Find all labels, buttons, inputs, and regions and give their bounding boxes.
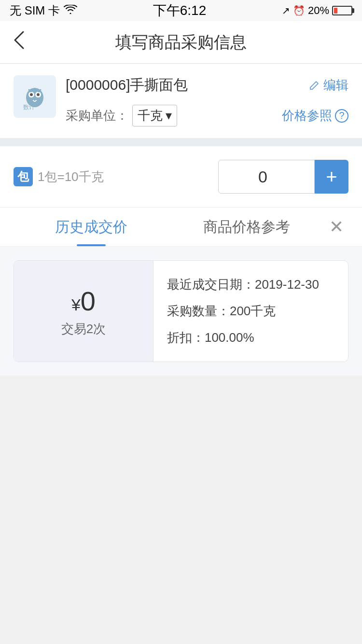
help-icon: ? <box>335 109 348 123</box>
detail-qty: 采购数量：200千克 <box>167 302 334 321</box>
product-info: [0000006]手撕面包 编辑 采购单位： 千克 ▾ 价格参照 ? <box>66 75 348 126</box>
status-left: 无 SIM 卡 <box>10 3 77 18</box>
wifi-icon <box>64 4 77 17</box>
qty-input[interactable] <box>218 160 315 194</box>
carrier-text: 无 SIM 卡 <box>10 3 60 18</box>
back-button[interactable] <box>14 31 24 54</box>
tab-product-price-ref[interactable]: 商品价格参考 <box>169 208 324 246</box>
qty-unit-info: 包 1包=10千克 <box>14 167 218 186</box>
product-unit-row: 采购单位： 千克 ▾ 价格参照 ? <box>66 105 348 126</box>
status-right: ↗ ⏰ 20% <box>282 4 352 17</box>
unit-label: 采购单位： <box>66 107 128 124</box>
history-right-panel: 最近成交日期：2019-12-30 采购数量：200千克 折扣：100.00% <box>153 261 348 362</box>
svg-point-3 <box>30 93 33 96</box>
location-icon: ↗ <box>282 5 290 16</box>
section-divider <box>0 139 362 146</box>
history-left-panel: ¥ 0 交易2次 <box>14 261 153 362</box>
price-symbol: ¥ <box>71 295 81 314</box>
qty-unit-badge: 包 <box>14 167 33 186</box>
quantity-row: 包 1包=10千克 + <box>0 146 362 208</box>
qty-unit-desc: 1包=10千克 <box>38 168 104 185</box>
svg-text:数计: 数计 <box>23 104 35 111</box>
product-section: 数计 [0000006]手撕面包 编辑 采购单位： 千克 ▾ 价格参照 <box>0 64 362 139</box>
history-price-value: 0 <box>81 285 96 317</box>
price-ref-button[interactable]: 价格参照 ? <box>282 107 348 124</box>
nav-bar: 填写商品采购信息 <box>0 21 362 64</box>
tab-close-button[interactable]: ✕ <box>324 215 348 239</box>
tab-history-price[interactable]: 历史成交价 <box>14 208 169 246</box>
page-title: 填写商品采购信息 <box>115 31 247 54</box>
battery-icon <box>332 6 352 15</box>
product-header: [0000006]手撕面包 编辑 <box>66 75 348 95</box>
dropdown-arrow-icon: ▾ <box>166 108 172 123</box>
product-name: [0000006]手撕面包 <box>66 75 188 95</box>
history-price-display: ¥ 0 <box>71 285 96 317</box>
history-card: ¥ 0 交易2次 最近成交日期：2019-12-30 采购数量：200千克 折扣… <box>14 260 348 362</box>
status-bar: 无 SIM 卡 下午6:12 ↗ ⏰ 20% <box>0 0 362 21</box>
qty-input-wrap: + <box>218 160 348 194</box>
history-content: ¥ 0 交易2次 最近成交日期：2019-12-30 采购数量：200千克 折扣… <box>0 247 362 376</box>
trade-count: 交易2次 <box>61 321 106 337</box>
tabs-section: 历史成交价 商品价格参考 ✕ <box>0 208 362 247</box>
qty-plus-button[interactable]: + <box>315 160 348 194</box>
detail-date: 最近成交日期：2019-12-30 <box>167 275 334 294</box>
svg-point-4 <box>37 93 40 96</box>
edit-button[interactable]: 编辑 <box>309 77 348 94</box>
unit-value: 千克 <box>138 107 163 124</box>
status-time: 下午6:12 <box>153 1 207 20</box>
tabs-header: 历史成交价 商品价格参考 ✕ <box>0 208 362 246</box>
unit-select[interactable]: 千克 ▾ <box>132 105 177 126</box>
product-icon: 数计 <box>14 75 56 118</box>
alarm-icon: ⏰ <box>293 5 305 16</box>
price-ref-label: 价格参照 <box>282 107 332 124</box>
detail-discount: 折扣：100.00% <box>167 328 334 347</box>
battery-pct: 20% <box>308 4 329 17</box>
